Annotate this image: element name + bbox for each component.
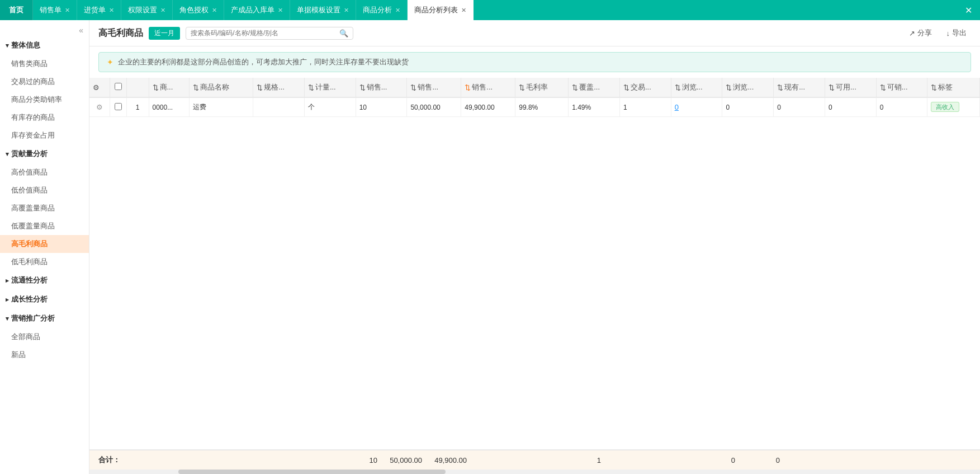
col-header-coverage[interactable]: ⇅ 覆盖... <box>569 78 620 97</box>
nav-tab-purchase[interactable]: 进货单 ✕ <box>77 0 121 20</box>
col-header-spec[interactable]: ⇅ 规格... <box>253 78 305 97</box>
content-area: 高毛利商品 近一月 🔍 ↗ 分享 ↓ 导出 ✦ 企业的主要的利润都是这部分商品创… <box>89 20 980 474</box>
col-header-gross-rate[interactable]: ⇅ 毛利率 <box>515 78 569 97</box>
close-all-tabs[interactable]: ✕ <box>957 0 980 20</box>
browse1-link[interactable]: 0 <box>675 103 679 111</box>
scrollbar-thumb[interactable] <box>178 470 446 474</box>
nav-home[interactable]: 首页 <box>0 0 33 20</box>
col-header-name[interactable]: ⇅ 商品名称 <box>190 78 253 97</box>
sidebar-group-liquidity[interactable]: ▸ 流通性分析 <box>0 271 89 290</box>
col-header-browse2[interactable]: ⇅ 浏览... <box>722 78 774 97</box>
export-icon: ↓ <box>946 29 950 37</box>
page-title: 高毛利商品 <box>98 27 143 39</box>
col-header-browse1[interactable]: ⇅ 浏览... <box>671 78 722 97</box>
col-header-current-stock[interactable]: ⇅ 现有... <box>774 78 825 97</box>
close-purchase-tab[interactable]: ✕ <box>109 7 114 14</box>
nav-tab-template[interactable]: 单据模板设置 ✕ <box>290 0 356 20</box>
col-sort-icon: ⇅ <box>410 83 416 92</box>
sidebar-item-traded-goods[interactable]: 交易过的商品 <box>0 73 89 91</box>
close-role-tab[interactable]: ✕ <box>212 7 217 14</box>
col-sort-icon: ⇅ <box>726 83 732 92</box>
row-trade: 1 <box>619 97 671 117</box>
close-analysis-list-tab[interactable]: ✕ <box>461 7 466 14</box>
sidebar-item-stock-capital[interactable]: 库存资金占用 <box>0 126 89 144</box>
close-analysis-tab[interactable]: ✕ <box>395 7 400 14</box>
col-header-code[interactable]: ⇅ 商... <box>149 78 190 97</box>
liquidity-arrow-icon: ▸ <box>6 277 9 284</box>
sidebar-item-sales-goods[interactable]: 销售类商品 <box>0 55 89 73</box>
nav-tab-inbound[interactable]: 产成品入库单 ✕ <box>224 0 290 20</box>
col-header-sales-profit[interactable]: ⇅ 销售... <box>461 78 515 97</box>
row-browse1[interactable]: 0 <box>671 97 722 117</box>
table-footer: 合计： 10 50,000.00 49,900.00 1 0 0 <box>89 449 980 470</box>
col-header-sales-qty[interactable]: ⇅ 销售... <box>356 78 407 97</box>
close-template-tab[interactable]: ✕ <box>344 7 349 14</box>
col-header-unit[interactable]: ⇅ 计量... <box>304 78 356 97</box>
col-sort-icon: ⇅ <box>308 83 314 92</box>
row-coverage: 1.49% <box>569 97 620 117</box>
footer-trade: 1 <box>560 456 604 464</box>
footer-sales-qty: 10 <box>336 456 381 464</box>
share-button[interactable]: ↗ 分享 <box>905 26 936 40</box>
nav-tab-analysis-list[interactable]: 商品分析列表 ✕ <box>408 0 474 20</box>
contribution-arrow-icon: ▾ <box>6 151 9 158</box>
row-settings[interactable]: ⚙ <box>89 97 110 117</box>
select-all-checkbox[interactable] <box>115 83 122 90</box>
horizontal-scrollbar[interactable] <box>89 470 980 474</box>
close-permission-tab[interactable]: ✕ <box>160 7 165 14</box>
growth-arrow-icon: ▸ <box>6 296 9 303</box>
sidebar-item-in-stock[interactable]: 有库存的商品 <box>0 109 89 126</box>
row-sellable: 0 <box>876 97 927 117</box>
overall-arrow-icon: ▾ <box>6 42 9 49</box>
settings-icon[interactable]: ⚙ <box>96 103 103 111</box>
sidebar-group-marketing[interactable]: ▾ 营销推广分析 <box>0 309 89 328</box>
info-banner: ✦ 企业的主要的利润都是这部分商品创造的，可考虑加大推广，同时关注库存量不要出现… <box>98 52 971 72</box>
col-sort-icon: ⇅ <box>931 83 937 92</box>
sidebar-item-low-value[interactable]: 低价值商品 <box>0 181 89 199</box>
col-sort-icon: ⇅ <box>465 83 471 92</box>
sidebar-group-overall[interactable]: ▾ 整体信息 <box>0 36 89 55</box>
col-header-settings[interactable]: ⚙ <box>89 78 110 97</box>
col-header-available[interactable]: ⇅ 可用... <box>825 78 876 97</box>
sidebar-item-low-coverage[interactable]: 低覆盖量商品 <box>0 217 89 235</box>
sidebar: « ▾ 整体信息 销售类商品 交易过的商品 商品分类助销率 有库存的商品 库存资… <box>0 20 89 474</box>
nav-tab-analysis[interactable]: 商品分析 ✕ <box>356 0 408 20</box>
row-num: 1 <box>126 97 149 117</box>
sidebar-item-high-margin[interactable]: 高毛利商品 <box>0 235 89 253</box>
col-header-tag[interactable]: ⇅ 标签 <box>927 78 980 97</box>
sidebar-item-high-coverage[interactable]: 高覆盖量商品 <box>0 199 89 217</box>
close-inbound-tab[interactable]: ✕ <box>278 7 283 14</box>
search-icon[interactable]: 🔍 <box>339 29 348 37</box>
sidebar-item-category-rate[interactable]: 商品分类助销率 <box>0 91 89 109</box>
nav-tab-role[interactable]: 角色授权 ✕ <box>173 0 224 20</box>
main-layout: « ▾ 整体信息 销售类商品 交易过的商品 商品分类助销率 有库存的商品 库存资… <box>0 20 980 474</box>
row-checkbox[interactable] <box>115 103 122 110</box>
sidebar-item-all-goods[interactable]: 全部商品 <box>0 328 89 346</box>
sidebar-collapse-btn[interactable]: « <box>79 26 83 35</box>
table-wrapper[interactable]: ⚙ ⇅ 商... <box>89 78 980 449</box>
sidebar-group-contribution[interactable]: ▾ 贡献量分析 <box>0 144 89 163</box>
sidebar-item-low-margin[interactable]: 低毛利商品 <box>0 253 89 271</box>
row-checkbox-cell[interactable] <box>110 97 126 117</box>
date-filter-button[interactable]: 近一月 <box>149 27 180 40</box>
sidebar-item-new-goods[interactable]: 新品 <box>0 346 89 364</box>
export-button[interactable]: ↓ 导出 <box>942 26 972 40</box>
col-header-trade[interactable]: ⇅ 交易... <box>619 78 671 97</box>
col-header-sales-amount[interactable]: ⇅ 销售... <box>407 78 461 97</box>
row-gross-rate: 99.8% <box>515 97 569 117</box>
top-navigation: 首页 销售单 ✕ 进货单 ✕ 权限设置 ✕ 角色授权 ✕ 产成品入库单 ✕ 单据… <box>0 0 980 20</box>
row-sales-profit: 49,900.00 <box>461 97 515 117</box>
tag-badge: 高收入 <box>931 102 959 112</box>
col-header-sellable[interactable]: ⇅ 可销... <box>876 78 927 97</box>
footer-label: 合计： <box>98 455 120 465</box>
footer-sales-profit: 49,900.00 <box>425 456 470 464</box>
close-sales-tab[interactable]: ✕ <box>65 7 70 14</box>
nav-tab-permission[interactable]: 权限设置 ✕ <box>121 0 173 20</box>
search-input[interactable] <box>191 29 339 37</box>
row-browse2: 0 <box>722 97 774 117</box>
search-box: 🔍 <box>186 27 353 40</box>
sidebar-item-high-value[interactable]: 高价值商品 <box>0 163 89 181</box>
nav-tab-sales[interactable]: 销售单 ✕ <box>33 0 77 20</box>
col-header-check[interactable] <box>110 78 126 97</box>
sidebar-group-growth[interactable]: ▸ 成长性分析 <box>0 290 89 309</box>
